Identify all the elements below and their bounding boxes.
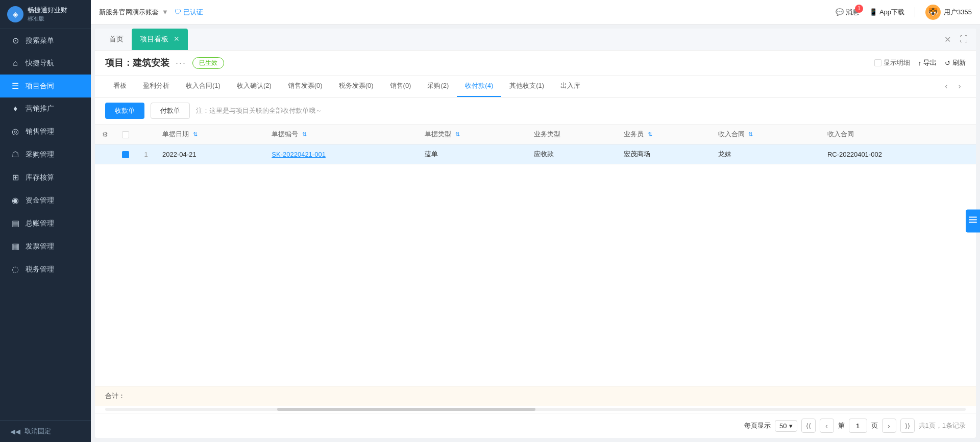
col-date[interactable]: 单据日期 ⇅ xyxy=(156,125,265,144)
show-detail-checkbox-box[interactable] xyxy=(874,59,881,66)
sidebar-item-marketing[interactable]: ♦ 营销推广 xyxy=(0,97,91,120)
col-type[interactable]: 单据类型 ⇅ xyxy=(419,125,528,144)
cell-settings xyxy=(95,144,115,164)
sub-tabs-prev-button[interactable]: ‹ xyxy=(940,77,952,95)
sub-tab-sales-label: 销售(0) xyxy=(390,82,411,89)
sub-tab-sales-invoice-label: 销售发票(0) xyxy=(288,82,323,89)
total-pages-info: 共1页，1条记录 xyxy=(919,421,966,430)
next-page-button[interactable]: › xyxy=(882,419,896,433)
sub-tab-receipt[interactable]: 收付款(4) xyxy=(457,76,501,97)
sub-tab-board-label: 看板 xyxy=(113,82,127,89)
sidebar-item-inventory[interactable]: ⊞ 库存核算 xyxy=(0,166,91,189)
avatar: 🐯 xyxy=(925,5,941,20)
svg-rect-0 xyxy=(969,217,977,218)
sub-tabs-next-button[interactable]: › xyxy=(953,77,966,95)
main-area: 新服务官网演示账套 ▼ 🛡 已认证 💬 消息 1 📱 App下载 🐯 用户335… xyxy=(91,0,980,442)
sidebar: ◈ 畅捷通好业财 标准版 ⊙ 搜索菜单 ⌂ 快捷导航 ☰ 项目合同 ♦ 营销推广… xyxy=(0,0,91,442)
first-page-button[interactable]: ⟨⟨ xyxy=(801,419,816,433)
table-header-row: ⚙ 单据日期 ⇅ 单据编号 ⇅ xyxy=(95,125,976,144)
cell-number[interactable]: SK-20220421-001 xyxy=(265,144,419,164)
sub-tab-tax-invoice[interactable]: 税务发票(0) xyxy=(331,76,382,97)
sidebar-item-sales[interactable]: ◎ 销售管理 xyxy=(0,120,91,143)
table-settings-col[interactable]: ⚙ xyxy=(95,125,115,144)
sidebar-item-marketing-label: 营销推广 xyxy=(26,104,54,113)
sub-tab-income-confirm[interactable]: 收入确认(2) xyxy=(229,76,280,97)
show-detail-checkbox[interactable]: 显示明细 xyxy=(874,58,910,67)
cell-partner: 宏茂商场 xyxy=(618,144,712,164)
home-nav-icon: ⌂ xyxy=(10,59,20,68)
tab-project-board[interactable]: 项目看板 ✕ xyxy=(132,29,188,50)
col-number[interactable]: 单据编号 ⇅ xyxy=(265,125,419,144)
sidebar-unpin-label: 取消固定 xyxy=(24,427,51,436)
page-title: 项目：建筑安装 xyxy=(105,57,169,69)
sub-tab-purchase[interactable]: 采购(2) xyxy=(419,76,457,97)
project-selector[interactable]: 新服务官网演示账套 ▼ xyxy=(99,8,168,17)
message-button[interactable]: 💬 消息 1 xyxy=(836,8,859,17)
sidebar-scroll: ⊙ 搜索菜单 ⌂ 快捷导航 ☰ 项目合同 ♦ 营销推广 ◎ 销售管理 ☖ 采购管… xyxy=(0,29,91,420)
prev-page-button[interactable]: ‹ xyxy=(820,419,834,433)
sidebar-item-funds-label: 资金管理 xyxy=(26,196,54,205)
sidebar-item-search[interactable]: ⊙ 搜索菜单 xyxy=(0,29,91,52)
sub-tabs-arrows: ‹ › xyxy=(940,77,966,95)
sidebar-item-quicknav-label: 快捷导航 xyxy=(26,59,54,68)
col-partner[interactable]: 业务员 ⇅ xyxy=(618,125,712,144)
col-salesperson[interactable]: 收入合同 ⇅ xyxy=(712,125,821,144)
receipt-filter-button[interactable]: 收款单 xyxy=(105,103,144,119)
show-detail-label: 显示明细 xyxy=(884,58,910,67)
scrollbar-track xyxy=(105,408,966,411)
window-controls: ✕ ⛶ xyxy=(941,33,970,45)
message-badge: 1 xyxy=(855,5,863,13)
last-page-button[interactable]: ⟩⟩ xyxy=(900,419,915,433)
sub-tab-sales[interactable]: 销售(0) xyxy=(382,76,420,97)
side-float-button[interactable] xyxy=(966,210,980,233)
sidebar-item-funds[interactable]: ◉ 资金管理 xyxy=(0,189,91,212)
sub-tab-income-contract[interactable]: 收入合同(1) xyxy=(178,76,229,97)
sidebar-item-quicknav[interactable]: ⌂ 快捷导航 xyxy=(0,52,91,75)
select-all-checkbox[interactable] xyxy=(122,131,129,138)
app-download-button[interactable]: 📱 App下载 xyxy=(869,8,904,17)
sub-tab-income-contract-label: 收入合同(1) xyxy=(186,82,220,89)
app-download-label: App下载 xyxy=(879,8,904,17)
tab-close-icon[interactable]: ✕ xyxy=(174,35,180,43)
refresh-icon: ↺ xyxy=(945,59,950,67)
horizontal-scrollbar[interactable] xyxy=(95,406,976,413)
row-select-checkbox[interactable] xyxy=(122,151,129,158)
close-window-button[interactable]: ✕ xyxy=(941,33,953,45)
refresh-button[interactable]: ↺ 刷新 xyxy=(945,58,966,67)
sidebar-item-search-label: 搜索菜单 xyxy=(26,36,54,45)
tab-home[interactable]: 首页 xyxy=(101,29,132,50)
sidebar-unpin[interactable]: ◀◀ 取消固定 xyxy=(0,420,91,442)
sub-tab-other-expense[interactable]: 其他收支(1) xyxy=(501,76,552,97)
settings-icon: ⚙ xyxy=(102,131,108,138)
sub-tab-inout[interactable]: 出入库 xyxy=(552,76,589,97)
page-suffix: 页 xyxy=(871,421,878,430)
export-button[interactable]: ↑ 导出 xyxy=(918,58,937,67)
sidebar-item-tax[interactable]: ◌ 税务管理 xyxy=(0,258,91,281)
scrollbar-thumb[interactable] xyxy=(277,408,535,411)
sidebar-item-ledger[interactable]: ▤ 总账管理 xyxy=(0,212,91,235)
funds-nav-icon: ◉ xyxy=(10,195,20,205)
user-menu[interactable]: 🐯 用户3355 xyxy=(925,5,972,20)
data-table: ⚙ 单据日期 ⇅ 单据编号 ⇅ xyxy=(95,125,976,164)
sub-tab-board[interactable]: 看板 xyxy=(105,76,135,97)
sidebar-item-contract[interactable]: ☰ 项目合同 xyxy=(0,75,91,97)
sidebar-header: ◈ 畅捷通好业财 标准版 xyxy=(0,0,91,29)
tax-nav-icon: ◌ xyxy=(10,264,20,274)
payment-filter-button[interactable]: 付款单 xyxy=(151,103,190,119)
sidebar-item-purchase[interactable]: ☖ 采购管理 xyxy=(0,143,91,166)
sidebar-item-invoice[interactable]: ▦ 发票管理 xyxy=(0,235,91,258)
page-size-dropdown-icon: ▾ xyxy=(789,422,793,430)
sub-tab-purchase-label: 采购(2) xyxy=(427,82,449,89)
page-number-input[interactable] xyxy=(849,419,867,433)
export-icon: ↑ xyxy=(918,59,922,67)
more-options-button[interactable]: ··· xyxy=(176,58,186,68)
sub-tab-profit[interactable]: 盈利分析 xyxy=(135,76,178,97)
doc-number-link[interactable]: SK-20220421-001 xyxy=(272,151,326,158)
project-dropdown-icon: ▼ xyxy=(162,8,168,16)
sub-tab-sales-invoice[interactable]: 销售发票(0) xyxy=(280,76,331,97)
maximize-window-button[interactable]: ⛶ xyxy=(958,33,970,45)
page-size-select[interactable]: 50 ▾ xyxy=(775,420,797,432)
cell-checkbox[interactable] xyxy=(115,144,136,164)
tab-home-label: 首页 xyxy=(109,35,124,43)
table-checkbox-col[interactable] xyxy=(115,125,136,144)
